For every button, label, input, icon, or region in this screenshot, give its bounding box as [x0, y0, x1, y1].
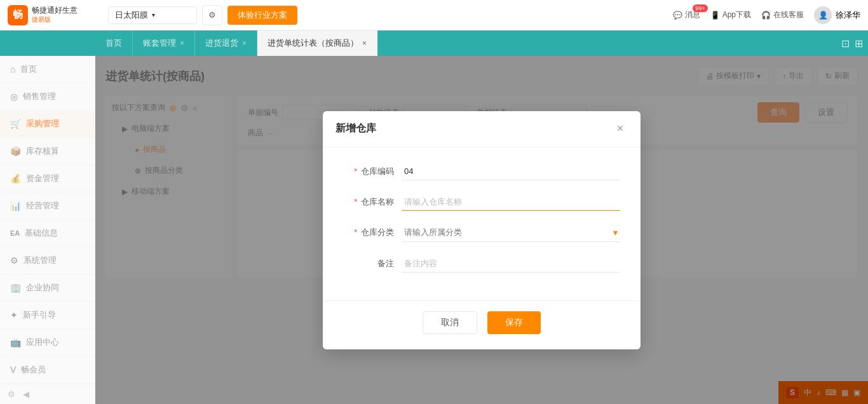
save-button[interactable]: 保存 [487, 311, 541, 334]
sidebar-item-purchase[interactable]: 🛒 采购管理 [0, 111, 95, 138]
warehouse-name-input[interactable] [402, 193, 620, 211]
remark-input[interactable] [402, 255, 620, 273]
headset-icon: 🎧 [761, 11, 771, 20]
app-download-item[interactable]: 📱 App下载 [710, 10, 751, 20]
modal-close-button[interactable]: × [613, 121, 628, 137]
modal-footer: 取消 保存 [323, 300, 641, 349]
tab-account[interactable]: 账套管理 × [133, 30, 195, 56]
required-star: * [354, 227, 357, 237]
trial-button[interactable]: 体验行业方案 [227, 6, 297, 25]
business-icon: 📊 [10, 201, 21, 211]
tab-bar: 首页 账套管理 × 进货退货 × 进货单统计表（按商品） × ⊡ ⊞ [0, 30, 868, 56]
sidebar-item-vip[interactable]: V 畅会员 [0, 356, 95, 384]
select-arrow-icon: ▾ [613, 227, 618, 238]
sidebar-item-basic[interactable]: EA 基础信息 [0, 220, 95, 247]
phone-icon: 📱 [710, 11, 720, 20]
form-row-remark: 备注 [343, 255, 620, 273]
sidebar-item-guide[interactable]: ✦ 新手引导 [0, 302, 95, 329]
tab-close-icon[interactable]: × [242, 39, 247, 48]
guide-icon: ✦ [10, 310, 18, 320]
category-select-input[interactable] [404, 227, 613, 237]
tab-close-icon[interactable]: × [180, 39, 184, 48]
basic-icon: EA [10, 229, 20, 237]
sidebar-item-inventory[interactable]: 📦 库存核算 [0, 138, 95, 165]
corp-icon: 🏢 [10, 283, 21, 293]
header-right: 💬 消息 99+ 📱 App下载 🎧 在线客服 👤 徐泽华 [673, 6, 860, 24]
finance-icon: 💰 [10, 173, 21, 184]
sidebar-collapse-icon[interactable]: ◀ [23, 389, 29, 399]
main-layout: ⌂ 首页 ◎ 销售管理 🛒 采购管理 📦 库存核算 💰 资金管理 📊 经营管理 … [0, 56, 868, 404]
app-download-label: App下载 [722, 10, 751, 20]
form-row-code: * 仓库编码 [343, 163, 620, 180]
sidebar-item-system[interactable]: ⚙ 系统管理 [0, 247, 95, 274]
sidebar-settings-icon[interactable]: ⚙ [8, 389, 15, 399]
sales-icon: ◎ [10, 91, 18, 102]
sidebar: ⌂ 首页 ◎ 销售管理 🛒 采购管理 📦 库存核算 💰 资金管理 📊 经营管理 … [0, 56, 95, 404]
field-label-category: * 仓库分类 [343, 227, 394, 238]
store-selector[interactable]: 日太阳膜 ▾ [108, 6, 197, 24]
username: 徐泽华 [836, 10, 860, 21]
window-expand-icon[interactable]: ⊞ [855, 37, 863, 50]
purchase-icon: 🛒 [10, 119, 21, 129]
field-label-remark: 备注 [343, 258, 394, 269]
sidebar-item-finance[interactable]: 💰 资金管理 [0, 165, 95, 192]
logo-area: 畅 畅捷通好生意 捷易版 [8, 5, 103, 25]
logo-text: 畅捷通好生意 [32, 6, 78, 16]
message-badge: 99+ [693, 4, 707, 12]
online-service-item[interactable]: 🎧 在线客服 [761, 10, 804, 20]
category-select[interactable]: ▾ [402, 224, 620, 242]
modal-header: 新增仓库 × [323, 111, 641, 147]
inventory-icon: 📦 [10, 146, 21, 156]
content-area: 进货单统计(按商品) 🖨 按模板打印 ▾ ↑ 导出 ↻ 刷新 [95, 56, 868, 404]
logo-sub: 捷易版 [32, 15, 78, 24]
home-icon: ⌂ [10, 64, 15, 74]
cancel-button[interactable]: 取消 [423, 311, 477, 334]
settings-icon[interactable]: ⚙ [202, 5, 222, 25]
tab-purchase-stats[interactable]: 进货单统计表（按商品） × [257, 30, 377, 56]
user-area[interactable]: 👤 徐泽华 [814, 6, 860, 24]
field-label-code: * 仓库编码 [343, 166, 394, 177]
app-icon: 📺 [10, 337, 21, 347]
tab-close-icon[interactable]: × [362, 39, 367, 48]
required-star: * [354, 197, 357, 206]
sidebar-item-home[interactable]: ⌂ 首页 [0, 56, 95, 83]
form-row-category: * 仓库分类 ▾ [343, 224, 620, 242]
window-restore-icon[interactable]: ⊡ [841, 37, 850, 50]
sidebar-item-sales[interactable]: ◎ 销售管理 [0, 83, 95, 111]
sidebar-item-business[interactable]: 📊 经营管理 [0, 192, 95, 220]
vip-icon: V [10, 365, 16, 375]
store-name: 日太阳膜 [115, 10, 148, 21]
required-star: * [354, 166, 357, 176]
system-icon: ⚙ [10, 255, 18, 266]
message-icon: 💬 [673, 11, 682, 20]
online-service-label: 在线客服 [773, 10, 804, 20]
modal-title: 新增仓库 [336, 122, 376, 135]
sidebar-item-corp[interactable]: 🏢 企业协同 [0, 274, 95, 302]
tab-bar-controls: ⊡ ⊞ [841, 37, 868, 50]
modal-overlay: 新增仓库 × * 仓库编码 * [95, 56, 868, 404]
chevron-down-icon: ▾ [152, 11, 155, 18]
avatar: 👤 [814, 6, 832, 24]
tab-purchase-return[interactable]: 进货退货 × [195, 30, 257, 56]
form-row-name: * 仓库名称 [343, 193, 620, 211]
sidebar-item-app[interactable]: 📺 应用中心 [0, 329, 95, 356]
tab-home[interactable]: 首页 [95, 30, 133, 56]
warehouse-code-input[interactable] [402, 163, 620, 180]
top-header: 畅 畅捷通好生意 捷易版 日太阳膜 ▾ ⚙ 体验行业方案 💬 消息 99+ 📱 … [0, 0, 868, 30]
modal-body: * 仓库编码 * 仓库名称 [323, 147, 641, 300]
logo-icon: 畅 [8, 5, 28, 25]
modal-new-warehouse: 新增仓库 × * 仓库编码 * [323, 111, 641, 349]
field-label-name: * 仓库名称 [343, 196, 394, 208]
message-icon-item[interactable]: 💬 消息 99+ [673, 10, 700, 20]
